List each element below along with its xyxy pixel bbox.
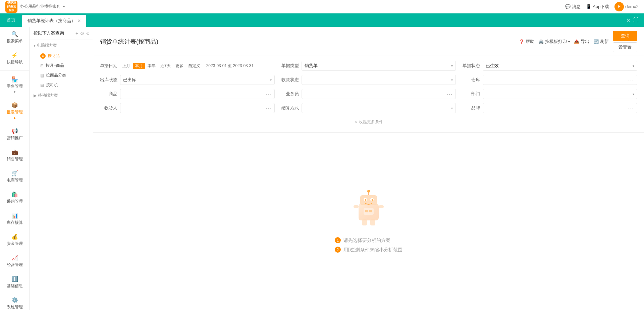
- sidebar-item-sales[interactable]: 💼 销售管理: [0, 145, 29, 166]
- query-button[interactable]: 查询: [613, 31, 637, 41]
- tree-mobile-arrow: ▶: [34, 93, 37, 98]
- help-label: 帮助: [526, 39, 534, 45]
- add-scheme-button[interactable]: +: [75, 31, 78, 36]
- sidebar-item-system[interactable]: ⚙️ 系统管理: [0, 293, 29, 310]
- filter-row-4: 收货人 ··· 结算方式 ▾ 品牌: [100, 103, 637, 113]
- svg-rect-1: [360, 195, 377, 205]
- sidebar-purchase-label: 采购管理: [0, 199, 29, 204]
- refresh-button[interactable]: 🔄 刷新: [593, 39, 609, 45]
- doc-type-arrow: ▾: [451, 64, 453, 68]
- warehouse-status-control[interactable]: 已出库 ▾: [120, 75, 275, 85]
- doc-status-arrow: ▾: [633, 64, 634, 68]
- payment-method-control[interactable]: ▾: [302, 103, 456, 113]
- sidebar-item-retail[interactable]: 🏪 零售管理 ▼: [0, 72, 29, 98]
- sidebar-item-management[interactable]: 📈 经营管理: [0, 251, 29, 272]
- left-panel-title: 按以下方案查询: [34, 30, 64, 36]
- settings-scheme-button[interactable]: ⊙: [80, 31, 84, 36]
- warehouse-label: 仓库: [463, 77, 483, 83]
- industry-dropdown[interactable]: ▾: [63, 4, 65, 9]
- sidebar-item-marketing[interactable]: 📢 营销推广: [0, 124, 29, 145]
- sidebar-item-nav[interactable]: ⚡ 快捷导航: [0, 48, 29, 69]
- empty-illustration: [348, 189, 389, 229]
- sidebar-item-ecommerce[interactable]: 🛒 电商管理: [0, 166, 29, 187]
- tree-section-label: 电脑端方案: [37, 43, 57, 48]
- tree-item-by-product[interactable]: ● 按商品: [30, 51, 93, 61]
- user-menu[interactable]: E demo2: [614, 2, 639, 11]
- topbar-left: 畅捷通好生意标版 办公用品行业模拟账套 ▾: [5, 1, 65, 13]
- empty-tip-2: 2 用[过滤]条件来缩小分析范围: [335, 245, 402, 254]
- doc-type-value: 销货单: [305, 63, 450, 69]
- date-btn-7days[interactable]: 近7天: [158, 63, 173, 69]
- sidebar-sales-label: 销售管理: [0, 156, 29, 162]
- tab-expand-icon[interactable]: ⛶: [633, 17, 639, 23]
- collapse-panel-button[interactable]: «: [86, 31, 89, 36]
- sidebar-item-finance[interactable]: 💰 资金管理: [0, 229, 29, 251]
- help-button[interactable]: ❓ 帮助: [519, 39, 534, 45]
- tree-section-desktop[interactable]: ▾ 电脑端方案: [30, 40, 93, 51]
- tip2-text: 用[过滤]条件来缩小分析范围: [343, 245, 402, 254]
- department-control[interactable]: ▾: [483, 89, 637, 99]
- doc-type-label: 单据类型: [281, 63, 302, 69]
- sidebar-item-search[interactable]: 🔍 搜索菜单: [0, 27, 29, 48]
- message-button[interactable]: 💬 消息: [565, 4, 581, 10]
- message-label: 消息: [572, 4, 581, 10]
- export-label: 导出: [581, 39, 589, 45]
- template-print-button[interactable]: 🖨️ 按模板打印 ▾: [538, 39, 570, 45]
- tab-stats[interactable]: 销货单统计表（按商品） ✕: [22, 15, 86, 27]
- tip1-num: 1: [335, 237, 341, 243]
- department-label: 部门: [463, 91, 483, 97]
- svg-rect-9: [379, 205, 384, 208]
- avatar: E: [614, 2, 624, 11]
- wholesale-arrow: ▲: [13, 116, 16, 119]
- tree-section-arrow: ▾: [34, 43, 36, 48]
- receiver-control[interactable]: ···: [120, 103, 275, 113]
- goods-control[interactable]: ···: [120, 89, 275, 99]
- tree-item-grid-icon: ⊞: [40, 63, 44, 68]
- print-dropdown-icon: ▾: [568, 40, 570, 44]
- goods-label: 商品: [100, 91, 120, 97]
- tree-item-by-driver[interactable]: ▤ 按司机: [30, 80, 93, 90]
- goods-dots[interactable]: ···: [266, 91, 272, 97]
- salesperson-control[interactable]: ···: [302, 89, 456, 99]
- date-btn-custom[interactable]: 自定义: [186, 63, 202, 69]
- collapse-bar[interactable]: ∧ 收起更多条件: [100, 117, 637, 127]
- tree-item-by-month-product[interactable]: ⊞ 按月+商品: [30, 61, 93, 70]
- payment-status-control[interactable]: ▾: [302, 75, 456, 85]
- sales-icon: 💼: [0, 149, 29, 155]
- date-btn-last-month[interactable]: 上月: [120, 63, 132, 69]
- brand-control[interactable]: ···: [483, 103, 637, 113]
- receiver-dots[interactable]: ···: [266, 105, 272, 111]
- warehouse-dots[interactable]: ···: [628, 77, 634, 83]
- doc-status-control[interactable]: 已生效 ▾: [483, 61, 637, 71]
- sidebar-item-inventory[interactable]: 📊 库存核算: [0, 208, 29, 229]
- salesperson-dots[interactable]: ···: [447, 91, 453, 97]
- sidebar-item-purchase[interactable]: 🛍️ 采购管理: [0, 187, 29, 208]
- tab-stats-label: 销货单统计表（按商品）: [28, 18, 75, 24]
- warehouse-status-label: 出库状态: [100, 77, 120, 83]
- date-btn-this-year[interactable]: 本年: [146, 63, 158, 69]
- system-icon: ⚙️: [0, 297, 29, 303]
- empty-tip-1: 1 请先选择要分析的方案: [335, 236, 402, 245]
- sidebar-item-basic[interactable]: ℹ️ 基础信息: [0, 272, 29, 293]
- settings-button[interactable]: 设置置: [613, 42, 637, 52]
- tree-section-mobile[interactable]: ▶ 移动端方案: [30, 90, 93, 101]
- doc-type-control[interactable]: 销货单 ▾: [302, 61, 456, 71]
- date-btn-more[interactable]: 更多: [173, 63, 185, 69]
- date-control[interactable]: 上月 本月 本年 近7天 更多 自定义 2023-03-01 至 2023-03…: [120, 61, 275, 71]
- brand-dots[interactable]: ···: [628, 105, 634, 111]
- filter-area: 单据日期 上月 本月 本年 近7天 更多 自定义 2023-03-01 至 20…: [93, 55, 644, 133]
- date-btn-this-month[interactable]: 本月: [133, 63, 145, 69]
- tab-close-window-icon[interactable]: ✕: [626, 17, 631, 23]
- tree-item-by-category[interactable]: ▤ 按商品分类: [30, 70, 93, 80]
- export-button[interactable]: 📤 导出: [574, 39, 589, 45]
- tab-home[interactable]: 首页: [0, 13, 22, 27]
- tip1-text: 请先选择要分析的方案: [343, 236, 390, 245]
- app-download-button[interactable]: 📱 App下载: [586, 4, 609, 10]
- warehouse-control[interactable]: ···: [483, 75, 637, 85]
- sidebar-item-wholesale[interactable]: 📦 批发管理 ▲: [0, 98, 29, 124]
- receiver-label: 收货人: [100, 105, 120, 111]
- tab-close-icon[interactable]: ✕: [77, 18, 81, 23]
- message-icon: 💬: [565, 4, 571, 9]
- inventory-icon: 📊: [0, 212, 29, 219]
- filter-date: 单据日期 上月 本月 本年 近7天 更多 自定义 2023-03-01 至 20…: [100, 61, 275, 71]
